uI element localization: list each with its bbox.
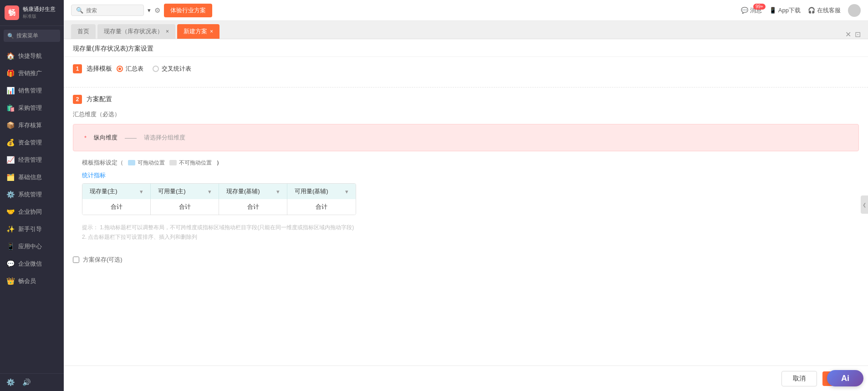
app-logo: 畅 畅康通好生意 标准版: [0, 0, 64, 26]
topbar-settings-icon[interactable]: ⚙: [154, 6, 160, 15]
sidebar-item-quick-nav[interactable]: 🏠快捷导航: [0, 47, 64, 65]
message-item[interactable]: 💬 消息 99+: [741, 6, 762, 15]
save-checkbox[interactable]: [73, 257, 79, 263]
sidebar-item-wechat[interactable]: 💬企业微信: [0, 255, 64, 273]
action-bar: 取消 查询: [64, 365, 868, 391]
marketing-icon: 🎁: [6, 69, 15, 77]
marketing-label: 营销推广: [18, 69, 42, 77]
draggable-box: [128, 160, 135, 165]
app-center-icon: 📱: [6, 242, 15, 251]
purchase-icon: 🛍️: [6, 104, 15, 112]
col-label-3: 可用量(基辅): [295, 187, 328, 196]
sound-icon[interactable]: 🔊: [22, 378, 31, 386]
sidebar-item-new-guide[interactable]: ✨新手引导: [0, 221, 64, 238]
tab-inventory-close[interactable]: ×: [166, 28, 169, 35]
table-data-cell-3: 合计: [287, 199, 356, 215]
tips-section: 提示： 1.拖动标题栏可以调整布局，不可跨维度或指标区域拖动栏目字段(只能在同一…: [73, 224, 859, 241]
sidebar-item-basic-info[interactable]: 🗂️基础信息: [0, 169, 64, 186]
app-download-label: App下载: [778, 6, 801, 15]
legend-draggable: 可拖动位置: [128, 159, 165, 167]
finance-icon: 💰: [6, 139, 15, 147]
table-header-cell-3[interactable]: 可用量(基辅)▾: [287, 184, 356, 199]
membership-icon: 👑: [6, 277, 15, 285]
table-header-cell-2[interactable]: 现存量(基辅)▾: [219, 184, 287, 199]
tabbar: 首页 现存量（库存状况表） × 新建方案 × ✕ ⊡: [64, 21, 868, 39]
save-label: 方案保存(可选): [83, 256, 123, 264]
col-label-1: 可用量(主): [158, 187, 186, 196]
chevron-down-icon: ▾: [148, 7, 151, 14]
step2-num: 2: [73, 95, 82, 104]
message-icon: 💬: [741, 7, 748, 14]
right-collapse-handle[interactable]: ❮: [861, 196, 868, 214]
sidebar-item-purchase[interactable]: 🛍️采购管理: [0, 99, 64, 117]
topbar-dropdown[interactable]: ▾: [148, 7, 151, 14]
step2-title: 方案配置: [87, 95, 112, 103]
radio-cross[interactable]: 交叉统计表: [153, 65, 191, 73]
sidebar-item-cooperation[interactable]: 🤝企业协同: [0, 203, 64, 221]
settings-icon[interactable]: ⚙️: [6, 378, 15, 386]
template-radio-group: 汇总表 交叉统计表: [117, 65, 191, 73]
table-header-cell-0[interactable]: 现存量(主)▾: [82, 184, 151, 199]
radio-summary-label: 汇总表: [126, 65, 143, 73]
tip-0: 提示： 1.拖动标题栏可以调整布局，不可跨维度或指标区域拖动栏目字段(只能在同一…: [82, 224, 850, 232]
membership-label: 畅会员: [18, 277, 36, 285]
ai-button[interactable]: Ai: [827, 370, 863, 386]
col-chevron-2: ▾: [276, 188, 280, 195]
indicator-suffix: ）: [216, 159, 222, 167]
page-title: 现存量(库存状况表)方案设置: [64, 39, 868, 57]
finance-label: 资金管理: [18, 139, 42, 147]
inventory-label: 库存核算: [18, 121, 42, 129]
wechat-icon: 💬: [6, 260, 15, 268]
indicator-section: 模板指标设定（ 可拖动位置 不可拖动位置 ） 统计指标 现存量(主)▾可用量(主…: [73, 159, 859, 224]
step1-num: 1: [73, 64, 82, 73]
sidebar-item-operations[interactable]: 📈经营管理: [0, 151, 64, 169]
topbar-search-box[interactable]: 🔍: [71, 5, 144, 16]
cooperation-icon: 🤝: [6, 208, 15, 216]
message-badge: 99+: [753, 4, 766, 10]
tab-new-plan[interactable]: 新建方案 ×: [177, 24, 220, 39]
app-name: 畅康通好生意: [23, 6, 56, 13]
dimension-box[interactable]: * 纵向维度 —— 请选择分组维度: [73, 124, 859, 151]
radio-cross-circle: [153, 66, 159, 72]
sidebar-item-app-center[interactable]: 📱应用中心: [0, 238, 64, 255]
table-header-cell-1[interactable]: 可用量(主)▾: [151, 184, 219, 199]
sidebar-item-finance[interactable]: 💰资金管理: [0, 134, 64, 151]
tab-new-plan-close[interactable]: ×: [210, 28, 213, 35]
purchase-label: 采购管理: [18, 104, 42, 112]
user-avatar[interactable]: [848, 4, 861, 17]
basic-info-icon: 🗂️: [6, 173, 15, 181]
sidebar-item-marketing[interactable]: 🎁营销推广: [0, 65, 64, 82]
trial-btn[interactable]: 体验行业方案: [164, 4, 212, 17]
sidebar-item-sales[interactable]: 📊销售管理: [0, 82, 64, 99]
sidebar-nav: 🏠快捷导航🎁营销推广📊销售管理🛍️采购管理📦库存核算💰资金管理📈经营管理🗂️基础…: [0, 46, 64, 373]
tab-close-all-icon[interactable]: ✕: [845, 30, 851, 39]
new-guide-icon: ✨: [6, 225, 15, 233]
quick-nav-label: 快捷导航: [18, 52, 42, 60]
wechat-label: 企业微信: [18, 260, 42, 268]
nondraggable-box: [169, 160, 177, 165]
cancel-button[interactable]: 取消: [781, 371, 817, 386]
sidebar-search[interactable]: 🔍 搜索菜单: [4, 30, 60, 42]
topbar-search-input[interactable]: [86, 7, 132, 14]
app-download-item[interactable]: 📱 App下载: [769, 6, 801, 15]
stat-label: 统计指标: [82, 171, 850, 180]
topbar-right: 💬 消息 99+ 📱 App下载 🎧 在线客服: [741, 4, 861, 17]
sidebar-item-membership[interactable]: 👑畅会员: [0, 273, 64, 290]
divider1: [64, 87, 868, 87]
main-area: 🔍 ▾ ⚙ 体验行业方案 💬 消息 99+ 📱 App下载 🎧 在线客服: [64, 0, 868, 391]
online-service-item[interactable]: 🎧 在线客服: [808, 6, 841, 15]
col-chevron-3: ▾: [345, 188, 348, 195]
tab-expand-icon[interactable]: ⊡: [855, 30, 861, 39]
collapse-icon: ❮: [863, 202, 866, 207]
dimension-label: 纵向维度: [94, 134, 117, 142]
radio-summary[interactable]: 汇总表: [117, 65, 143, 73]
tab-home[interactable]: 首页: [71, 24, 96, 39]
tip-1: 2. 点击标题栏下拉可设置排序、插入列和删除列: [82, 233, 850, 241]
tab-inventory-status[interactable]: 现存量（库存状况表） ×: [97, 24, 175, 39]
sidebar-item-inventory[interactable]: 📦库存核算: [0, 117, 64, 134]
sidebar-item-system[interactable]: ⚙️系统管理: [0, 186, 64, 203]
new-guide-label: 新手引导: [18, 225, 42, 233]
download-icon: 📱: [769, 7, 776, 14]
step1-title: 选择模板: [87, 65, 112, 73]
dimension-field-label: 汇总维度（必选）: [73, 110, 859, 118]
